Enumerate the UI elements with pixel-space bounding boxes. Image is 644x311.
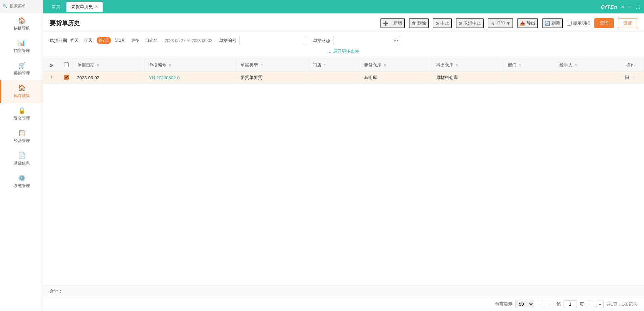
tab-home[interactable]: 首页 [47, 2, 65, 12]
stop-icon: ⊘ [435, 21, 439, 26]
row-dept [504, 72, 555, 84]
sidebar-search[interactable]: 🔍 搜索菜单 [0, 0, 43, 13]
sidebar-item-basic[interactable]: 📄 基础信息 [0, 148, 43, 170]
row-view-icon[interactable]: 🖼 [625, 75, 629, 80]
sort-doctype-icon: ⇅ [260, 63, 263, 67]
status-label: 单据状态 [313, 38, 330, 44]
table-header-row: ⚙ 单据日期 ⇅ 单据编号 ⇅ 单据类型 [43, 59, 644, 72]
filter-area: 单据日期 昨天 今天 近7天 近1月 更多 自定义 2023-05-27 至 2… [43, 32, 644, 59]
col-settings[interactable]: ⚙ [43, 59, 60, 72]
query-button[interactable]: 查询 [594, 18, 614, 28]
row-docno-link[interactable]: YH-20230602-0 [149, 75, 180, 80]
col-date-label: 单据日期 [77, 62, 95, 68]
table-row: 1 2023-06-02 YH-20230602-0 要货单要货 车间库 原材料… [43, 72, 644, 84]
window-minimize-icon[interactable]: — [628, 4, 632, 9]
page-label: 第 [556, 301, 561, 307]
col-doctype-header[interactable]: 单据类型 ⇅ [236, 59, 308, 72]
date-tab-more[interactable]: 更多 [129, 37, 141, 44]
select-all-checkbox[interactable] [64, 62, 69, 67]
expand-more-btn[interactable]: ⌄ 展开更多条件 [328, 48, 359, 54]
page-input[interactable] [564, 300, 577, 308]
cancel-stop-icon: ⊘ [459, 21, 462, 26]
page-suffix: 页 [580, 301, 584, 307]
tab-home-label: 首页 [52, 4, 60, 10]
row-more-icon[interactable]: ⋮ [632, 75, 636, 80]
data-table: ⚙ 单据日期 ⇅ 单据编号 ⇅ 单据类型 [43, 59, 644, 84]
date-tab-custom[interactable]: 自定义 [143, 37, 159, 44]
sidebar-item-label: 销售管理 [14, 48, 30, 54]
sidebar-item-sales[interactable]: 📊 销售管理 [0, 35, 43, 58]
window-close-icon[interactable]: ✕ [621, 4, 625, 9]
sort-dept-icon: ⇅ [519, 63, 522, 67]
per-page-select[interactable]: 10 20 50 100 [515, 300, 534, 308]
col-date-header[interactable]: 单据日期 ⇅ [73, 59, 145, 72]
col-reqwarehouse-label: 要货仓库 [364, 62, 381, 68]
home-icon: 🏠 [18, 17, 25, 24]
col-store-header[interactable]: 门店 ⇅ [308, 59, 360, 72]
sidebar-item-system[interactable]: ⚙️ 系统管理 [0, 170, 43, 193]
sidebar-item-label: 系统管理 [14, 183, 30, 189]
col-docno-header[interactable]: 单据编号 ⇅ [145, 59, 236, 72]
date-tab-today[interactable]: 今天 [83, 37, 95, 44]
next-page-button[interactable]: › [587, 301, 593, 308]
sidebar-item-purchase[interactable]: 🛒 采购管理 [0, 58, 43, 80]
last-page-button[interactable]: » [596, 301, 604, 308]
window-maximize-icon[interactable]: ⛶ [636, 4, 640, 9]
date-tab-last7days[interactable]: 近7天 [97, 37, 111, 44]
display-detail-toggle[interactable]: 显示明细 [567, 20, 590, 26]
doc-number-input[interactable] [239, 36, 306, 45]
tab-close-icon[interactable]: ✕ [95, 5, 98, 9]
new-button[interactable]: ➕ + 新增 [380, 18, 405, 28]
brand-label: OfTEn [601, 4, 618, 10]
summary-label: 合计： [50, 288, 63, 294]
table-container: ⚙ 单据日期 ⇅ 单据编号 ⇅ 单据类型 [43, 59, 644, 285]
sidebar-search-label: 搜索菜单 [10, 3, 26, 9]
delete-icon: 🗑 [412, 21, 416, 26]
prev-page-button[interactable]: ‹ [547, 301, 554, 308]
print-button[interactable]: 🖨 打印 ▼ [488, 18, 513, 28]
pagination: 每页显示 10 20 50 100 « ‹ 第 页 › » 共1页，1条记录 [43, 297, 644, 311]
doc-number-filter-group: 单据编号 [219, 36, 306, 45]
stop-button[interactable]: ⊘ 中止 [433, 18, 452, 28]
row-checkbox[interactable] [64, 75, 69, 80]
col-handler-label: 经手人 [559, 62, 573, 68]
expand-more-label: 展开更多条件 [333, 48, 359, 54]
delete-button[interactable]: 🗑 删除 [409, 18, 429, 28]
print-icon: 🖨 [490, 21, 495, 26]
page-title: 要货单历史 [50, 19, 80, 27]
tab-requisition-history[interactable]: 要货单历史 ✕ [66, 2, 103, 12]
sidebar-item-label: 快捷导航 [14, 26, 30, 31]
col-doctype-label: 单据类型 [240, 62, 258, 68]
sidebar-item-operation[interactable]: 📋 经营管理 [0, 125, 43, 148]
status-select[interactable] [333, 36, 400, 45]
display-detail-checkbox[interactable] [567, 21, 572, 26]
cancel-stop-button[interactable]: ⊘ 取消中止 [456, 18, 484, 28]
sidebar-item-label: 资金管理 [14, 116, 30, 121]
table-footer: 合计： [43, 285, 644, 297]
col-reqwarehouse-header[interactable]: 要货仓库 ⇅ [360, 59, 432, 72]
col-actions-header: 操作 [617, 59, 644, 72]
col-handler-header[interactable]: 经手人 ⇅ [555, 59, 617, 72]
sidebar-item-label: 库存核算 [14, 93, 30, 99]
export-button[interactable]: 📤 导出 [517, 18, 538, 28]
first-page-button[interactable]: « [537, 301, 544, 308]
sidebar-item-finance[interactable]: 🔒 资金管理 [0, 103, 43, 125]
display-detail-label: 显示明细 [573, 20, 590, 26]
col-pendingwarehouse-header[interactable]: 待出仓库 ⇅ [432, 59, 503, 72]
cart-icon: 🛒 [18, 62, 25, 69]
sidebar: 🔍 搜索菜单 🏠 快捷导航 📊 销售管理 🛒 采购管理 🏠 库存核算 🔒 资金管… [0, 0, 43, 311]
refresh-button[interactable]: 🔄 刷新 [542, 18, 563, 28]
print-dropdown-icon: ▼ [506, 21, 511, 26]
tab-requisition-history-label: 要货单历史 [71, 4, 93, 10]
date-tab-last1month[interactable]: 近1月 [113, 37, 127, 44]
col-dept-header[interactable]: 部门 ⇅ [504, 59, 555, 72]
date-tab-yesterday[interactable]: 昨天 [68, 37, 80, 44]
settings-button[interactable]: 设置 [618, 18, 637, 28]
chevron-down-icon: ⌄ [328, 49, 332, 54]
sidebar-item-inventory[interactable]: 🏠 库存核算 [0, 80, 43, 103]
sidebar-item-quick-nav[interactable]: 🏠 快捷导航 [0, 13, 43, 35]
doc-number-label: 单据编号 [219, 38, 236, 44]
toolbar: ➕ + 新增 🗑 删除 ⊘ 中止 ⊘ 取消中止 🖨 打印 [380, 18, 637, 28]
date-filter-label: 单据日期 [50, 38, 67, 44]
page-header: 要货单历史 ➕ + 新增 🗑 删除 ⊘ 中止 ⊘ 取消中止 [43, 13, 644, 32]
